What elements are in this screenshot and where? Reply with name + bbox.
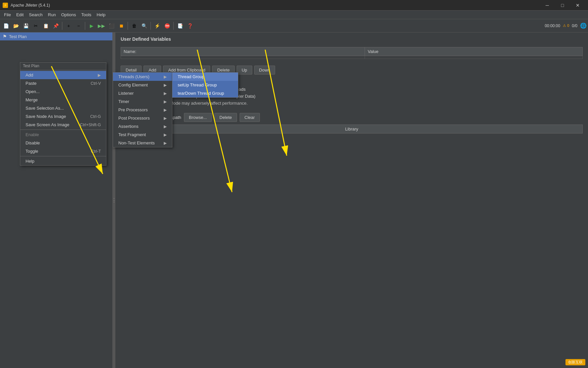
stop-button[interactable]: ⬛ xyxy=(107,21,116,30)
remote-start-button[interactable]: ⚡ xyxy=(152,21,162,30)
start-no-pauses-button[interactable]: ▶▶ xyxy=(97,21,106,30)
left-panel: ⚑ Test Plan Test Plan Add ▶ Paste Ctrl-V… xyxy=(0,32,113,368)
help-tool-button[interactable]: ❓ xyxy=(185,21,195,30)
context-menu-label: Test Plan xyxy=(20,63,106,69)
context-menu-sep-1 xyxy=(20,130,106,130)
context-menu-paste[interactable]: Paste Ctrl-V xyxy=(20,79,106,87)
maximize-button[interactable]: □ xyxy=(555,0,570,11)
library-col: Library xyxy=(121,125,583,133)
save-button[interactable]: 💾 xyxy=(21,21,30,30)
context-menu-toggle[interactable]: Toggle Ctrl-T xyxy=(20,147,106,155)
start-button[interactable]: ▶ xyxy=(87,21,96,30)
open-button[interactable]: 📂 xyxy=(11,21,21,30)
submenu-threads: Thread Group setUp Thread Group tearDown… xyxy=(172,72,238,98)
toolbar-right: 00:00:00 ⚠ 0 0/0 🌐 xyxy=(545,23,587,29)
toolbar-separator-2 xyxy=(85,22,85,30)
context-menu: Test Plan Add ▶ Paste Ctrl-V Open... Mer… xyxy=(20,62,106,166)
new-button[interactable]: 📄 xyxy=(1,21,11,30)
menu-options[interactable]: Options xyxy=(58,11,79,18)
listener-arrow-icon: ▶ xyxy=(164,91,167,96)
timer-arrow-icon: ▶ xyxy=(164,99,167,104)
table-cell-empty-name xyxy=(121,56,365,59)
testplan-icon: ⚑ xyxy=(3,34,7,39)
table-cell-empty-value xyxy=(365,56,583,59)
library-cell xyxy=(121,133,583,160)
col-name: Name: xyxy=(121,47,365,56)
classpath-delete-button[interactable]: Delete xyxy=(214,113,237,122)
context-menu-merge[interactable]: Merge xyxy=(20,96,106,104)
warning-badge: ⚠ 0 xyxy=(563,24,569,28)
add-arrow-icon: ▶ xyxy=(98,73,101,78)
copy-button[interactable]: 📋 xyxy=(41,21,50,30)
shutdown-button[interactable]: ⏹ xyxy=(117,21,126,30)
submenu-post-processors[interactable]: Post Processors ▶ xyxy=(113,114,172,122)
menu-file[interactable]: File xyxy=(1,11,14,18)
toolbar: 📄 📂 💾 ✂ 📋 📌 + − ▶ ▶▶ ⬛ ⏹ 🗑 🔍 ⚡ ⛔ 📑 ❓ 00:… xyxy=(0,19,588,32)
search-button[interactable]: 🔍 xyxy=(140,21,149,30)
tree-item-testplan[interactable]: ⚑ Test Plan xyxy=(0,32,112,40)
up-button[interactable]: Up xyxy=(237,66,252,75)
submenu-config-element[interactable]: Config Element ▶ xyxy=(113,81,172,89)
toolbar-separator-5 xyxy=(173,22,174,30)
variables-table: Name: Value xyxy=(121,47,583,59)
context-menu-save-node[interactable]: Save Node As Image Ctrl-G xyxy=(20,112,106,121)
template-button[interactable]: 📑 xyxy=(175,21,185,30)
submenu-timer[interactable]: Timer ▶ xyxy=(113,97,172,106)
submenu-non-test[interactable]: Non-Test Elements ▶ xyxy=(113,139,172,147)
col-value: Value xyxy=(365,47,583,56)
context-menu-open[interactable]: Open... xyxy=(20,87,106,96)
menu-run[interactable]: Run xyxy=(45,11,59,18)
title-bar: ⚡ Apache JMeter (5.4.1) ─ □ ✕ xyxy=(0,0,588,11)
pre-arrow-icon: ▶ xyxy=(164,108,167,112)
toolbar-separator-3 xyxy=(128,22,128,30)
globe-icon: 🌐 xyxy=(580,23,587,29)
app-icon: ⚡ xyxy=(3,3,8,8)
fragment-arrow-icon: ▶ xyxy=(164,132,167,137)
submenu-threads-users[interactable]: Threads (Users) ▶ xyxy=(113,73,172,81)
context-menu-disable[interactable]: Disable xyxy=(20,139,106,147)
config-arrow-icon: ▶ xyxy=(164,83,167,87)
paste-button[interactable]: 📌 xyxy=(51,21,60,30)
context-menu-enable: Enable xyxy=(20,131,106,139)
submenu-listener[interactable]: Listener ▶ xyxy=(113,89,172,97)
remote-stop-button[interactable]: ⛔ xyxy=(162,21,172,30)
menu-tools[interactable]: Tools xyxy=(79,11,94,18)
library-row xyxy=(121,133,583,160)
main-layout: ⚑ Test Plan Test Plan Add ▶ Paste Ctrl-V… xyxy=(0,32,588,368)
watermark: 创新互联 xyxy=(565,359,585,365)
submenu-assertions[interactable]: Assertions ▶ xyxy=(113,122,172,131)
clear-button[interactable]: Clear xyxy=(240,113,260,122)
threads-arrow-icon: ▶ xyxy=(164,75,167,79)
window-controls: ─ □ ✕ xyxy=(540,0,585,11)
assertions-arrow-icon: ▶ xyxy=(164,124,167,129)
context-menu-add[interactable]: Add ▶ xyxy=(20,71,106,79)
submenu-test-fragment[interactable]: Test Fragment ▶ xyxy=(113,131,172,139)
expand-button[interactable]: + xyxy=(64,21,73,30)
menu-help[interactable]: Help xyxy=(94,11,108,18)
clear-all-button[interactable]: ✂ xyxy=(31,21,40,30)
menu-edit[interactable]: Edit xyxy=(14,11,26,18)
window-title: Apache JMeter (5.4.1) xyxy=(11,3,540,8)
submenu-teardown-thread-group[interactable]: tearDown Thread Group xyxy=(172,89,238,97)
close-button[interactable]: ✕ xyxy=(570,0,585,11)
browse-button[interactable]: Browse... xyxy=(184,113,212,122)
table-row xyxy=(121,56,583,59)
functional-note-row: Selecting Functional Test Mode may adver… xyxy=(121,101,583,106)
context-menu-help[interactable]: Help xyxy=(20,157,106,165)
menu-search[interactable]: Search xyxy=(26,11,45,18)
testplan-label: Test Plan xyxy=(9,34,27,39)
minimize-button[interactable]: ─ xyxy=(540,0,555,11)
submenu-pre-processors[interactable]: Pre Processors ▶ xyxy=(113,106,172,114)
clear-results-button[interactable]: 🗑 xyxy=(130,21,139,30)
classpath-row: Add directory or jar to classpath Browse… xyxy=(121,113,583,122)
timer-display: 00:00:00 xyxy=(545,24,560,28)
context-menu-save-selection[interactable]: Save Selection As... xyxy=(20,104,106,112)
context-menu-save-screen[interactable]: Save Screen As Image Ctrl+Shift-G xyxy=(20,121,106,129)
collapse-button[interactable]: − xyxy=(74,21,83,30)
submenu-thread-group[interactable]: Thread Group xyxy=(172,73,238,81)
panel-title: User Defined Variables xyxy=(115,32,588,44)
down-button[interactable]: Down xyxy=(254,66,275,75)
submenu-setup-thread-group[interactable]: setUp Thread Group xyxy=(172,81,238,89)
counter-display: 0/0 xyxy=(572,24,577,28)
context-menu-sep-0 xyxy=(20,70,106,70)
